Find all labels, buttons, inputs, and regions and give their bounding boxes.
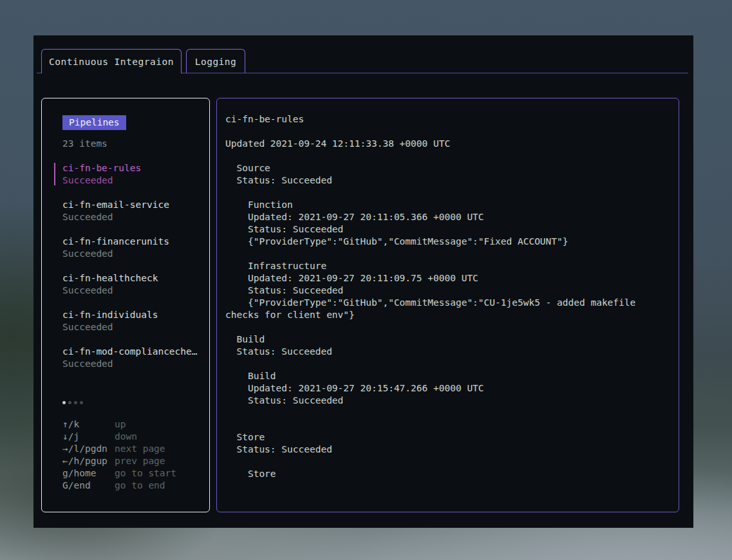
tab-underline-right (182, 73, 688, 73)
pipeline-status: Succeeded (62, 285, 205, 297)
page-dot (74, 401, 77, 404)
tab-label: Continuous Integraion (49, 57, 174, 67)
pipeline-list-item[interactable]: ci-fn-financerunits Succeeded (62, 236, 205, 260)
help-row: g/home go to start (62, 467, 176, 480)
pipeline-detail-panel: ci-fn-be-rules Updated 2021-09-24 12:11:… (216, 98, 679, 512)
pipeline-status: Succeeded (62, 321, 205, 333)
page-dot (68, 401, 71, 404)
pipeline-list-item[interactable]: ci-fn-healthcheck Succeeded (62, 272, 205, 297)
help-keys: ↑/k (62, 418, 115, 431)
help-action: go to end (115, 480, 165, 492)
tab-underline-left (37, 73, 41, 73)
help-row: G/end go to end (62, 480, 176, 492)
help-action: next page (115, 443, 165, 455)
pipeline-status: Succeeded (62, 174, 205, 187)
help-row: ←/h/pgup prev page (62, 455, 176, 467)
pipeline-status: Succeeded (62, 358, 205, 370)
items-count: 23 items (62, 138, 108, 150)
pipeline-list-item[interactable]: ci-fn-mod-complianceche… Succeeded (62, 346, 205, 370)
tab-label: Logging (195, 57, 237, 67)
help-row: →/l/pgdn next page (62, 443, 176, 455)
terminal-window: Continuous Integraion Logging Pipelines … (33, 35, 693, 528)
tab-logging[interactable]: Logging (186, 49, 245, 73)
pagination-dots[interactable] (62, 401, 83, 404)
pipeline-status: Succeeded (62, 248, 205, 260)
help-action: down (115, 431, 137, 443)
detail-title: ci-fn-be-rules (225, 114, 304, 124)
pipeline-name: ci-fn-be-rules (62, 162, 205, 174)
pipeline-status: Succeeded (62, 211, 205, 223)
help-action: go to start (115, 467, 176, 480)
pipeline-name: ci-fn-mod-complianceche… (62, 346, 205, 358)
help-row: ↓/j down (62, 431, 176, 443)
help-keys: G/end (62, 480, 115, 492)
help-keys: ←/h/pgup (62, 455, 115, 467)
help-keys: g/home (62, 467, 115, 480)
pipeline-name: ci-fn-individuals (62, 309, 205, 321)
pipeline-list-item[interactable]: ci-fn-individuals Succeeded (62, 309, 205, 333)
tab-continuous-integration[interactable]: Continuous Integraion (41, 49, 182, 73)
pipeline-list-item-selected[interactable]: ci-fn-be-rules Succeeded (62, 162, 205, 187)
pipeline-name: ci-fn-healthcheck (62, 272, 205, 285)
keybinding-help: ↑/k up ↓/j down →/l/pgdn next page ←/h/p… (62, 418, 176, 492)
help-action: prev page (115, 455, 165, 467)
pipelines-panel: Pipelines 23 items ci-fn-be-rules Succee… (41, 98, 210, 512)
help-action: up (115, 418, 126, 431)
pipelines-title-badge: Pipelines (62, 115, 126, 130)
pipeline-name: ci-fn-email-service (62, 199, 205, 211)
help-keys: →/l/pgdn (62, 443, 115, 455)
help-keys: ↓/j (62, 431, 115, 443)
help-row: ↑/k up (62, 418, 176, 431)
pipeline-list: ci-fn-be-rules Succeeded ci-fn-email-ser… (62, 162, 205, 382)
pipeline-detail-text: ci-fn-be-rules Updated 2021-09-24 12:11:… (225, 113, 676, 509)
page-dot-active (62, 401, 66, 404)
pipeline-list-item[interactable]: ci-fn-email-service Succeeded (62, 199, 205, 223)
page-dot (80, 401, 83, 404)
detail-body: Updated 2021-09-24 12:11:33.38 +0000 UTC… (225, 126, 676, 480)
pipeline-name: ci-fn-financerunits (62, 236, 205, 248)
